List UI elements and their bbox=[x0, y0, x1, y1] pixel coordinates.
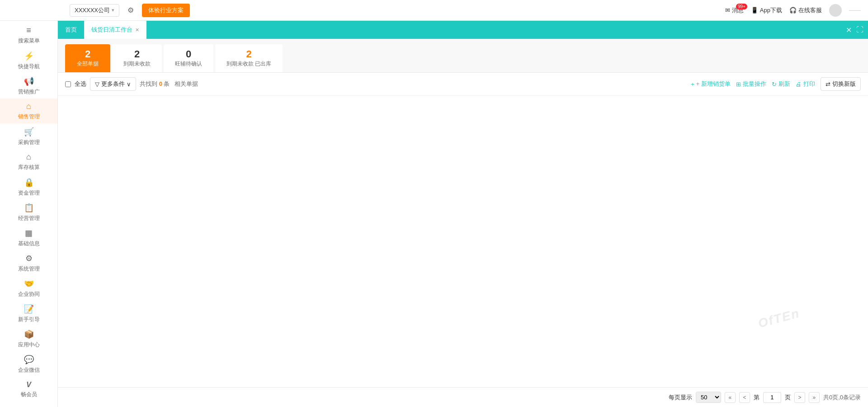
search-menu-icon: ≡ bbox=[26, 26, 31, 35]
toolbar-left: 全选 ▽ 更多条件 ∨ 共找到 0 条 相关单据 bbox=[65, 77, 198, 91]
app-download-icon: 📱 bbox=[751, 7, 758, 14]
sidebar-item-capital[interactable]: 🔒 资金管理 bbox=[0, 174, 57, 200]
print-button[interactable]: 🖨 打印 bbox=[796, 80, 815, 88]
tab-bar: 首页 钱货日清工作台 ✕ ✕ ⛶ bbox=[58, 21, 868, 39]
sidebar-item-inventory[interactable]: ⌂ 库存核算 bbox=[0, 149, 57, 174]
select-all-checkbox[interactable] bbox=[65, 81, 71, 87]
batch-operations-button[interactable]: ⊞ 批量操作 bbox=[736, 80, 766, 88]
refresh-button[interactable]: ↻ 刷新 bbox=[772, 80, 790, 88]
purchase-icon: 🛒 bbox=[24, 127, 34, 137]
settings-icon: ⚙ bbox=[127, 6, 134, 14]
avatar[interactable] bbox=[829, 4, 842, 17]
online-service-button[interactable]: 🎧 在线客服 bbox=[789, 6, 822, 14]
messages-icon: ✉ bbox=[725, 7, 730, 14]
sidebar-label-quick-nav: 快捷导航 bbox=[18, 63, 40, 70]
sidebar-item-quick-nav[interactable]: ⚡ 快捷导航 bbox=[0, 48, 57, 73]
sidebar-label-inventory: 库存核算 bbox=[18, 164, 40, 171]
page-label-end: 页 bbox=[785, 393, 791, 402]
avatar-name[interactable]: —— bbox=[849, 7, 861, 14]
toolbar-right: + + 新增销货单 ⊞ 批量操作 ↻ 刷新 🖨 打印 ⇄ 切换新版 bbox=[691, 77, 861, 91]
per-page-select[interactable]: 50 10 20 100 bbox=[696, 392, 721, 403]
messages-button[interactable]: ✉ 消息 99+ bbox=[725, 6, 744, 14]
sidebar-item-enterprise[interactable]: 🤝 企业协同 bbox=[0, 276, 57, 301]
sidebar-item-search-menu[interactable]: ≡ 搜索菜单 bbox=[0, 23, 57, 48]
filter-tab-overdue-count: 2 bbox=[134, 48, 140, 60]
content-area: 2 全部单据 2 到期未收款 0 旺辅待确认 2 到期未收款 已出库 全选 bbox=[58, 39, 868, 407]
sidebar-label-app-center: 应用中心 bbox=[18, 341, 40, 349]
filter-tab-overdue-label: 到期未收款 bbox=[123, 60, 151, 68]
add-btn-label: + 新增销货单 bbox=[696, 80, 731, 88]
tab-expand-icon[interactable]: ⛶ bbox=[856, 26, 863, 34]
filter-tab-wangpu-label: 旺辅待确认 bbox=[175, 60, 202, 68]
quick-nav-icon: ⚡ bbox=[24, 51, 34, 61]
sidebar-item-app-center[interactable]: 📦 应用中心 bbox=[0, 326, 57, 351]
sidebar-item-guide[interactable]: 📝 新手引导 bbox=[0, 301, 57, 326]
messages-badge: 99+ bbox=[736, 4, 747, 9]
switch-label: 切换新版 bbox=[832, 80, 856, 88]
first-page-button[interactable]: « bbox=[725, 392, 736, 403]
app-center-icon: 📦 bbox=[24, 329, 34, 339]
settings-button[interactable]: ⚙ bbox=[124, 4, 137, 17]
sidebar-item-operations[interactable]: 📋 经营管理 bbox=[0, 200, 57, 225]
filter-arrow-icon: ∨ bbox=[127, 81, 131, 88]
sidebar-label-search-menu: 搜索菜单 bbox=[18, 37, 40, 45]
add-sales-order-button[interactable]: + + 新增销货单 bbox=[691, 80, 731, 88]
switch-version-button[interactable]: ⇄ 切换新版 bbox=[821, 77, 861, 91]
basic-info-icon: ▦ bbox=[25, 228, 33, 238]
toolbar: 全选 ▽ 更多条件 ∨ 共找到 0 条 相关单据 + + 新增销货单 bbox=[58, 73, 868, 96]
enterprise-icon: 🤝 bbox=[24, 279, 34, 289]
refresh-label: 刷新 bbox=[778, 80, 790, 88]
more-filters-button[interactable]: ▽ 更多条件 ∨ bbox=[90, 77, 136, 91]
select-all-label: 全选 bbox=[75, 80, 86, 88]
sidebar-label-enterprise-wechat: 企业微信 bbox=[18, 366, 40, 374]
sidebar-item-basic-info[interactable]: ▦ 基础信息 bbox=[0, 225, 57, 250]
sidebar-item-sales[interactable]: ⌂ 销售管理 bbox=[0, 98, 57, 124]
filter-tab-overdue[interactable]: 2 到期未收款 bbox=[112, 44, 162, 72]
sidebar-label-sales: 销售管理 bbox=[18, 113, 40, 121]
sidebar-nav: ≡ 搜索菜单 ⚡ 快捷导航 📢 营销推广 ⌂ 销售管理 🛒 采购管理 ⌂ 库存核… bbox=[0, 21, 57, 407]
sidebar-label-member: 畅会员 bbox=[21, 391, 37, 398]
tab-close-all-icon[interactable]: ✕ bbox=[846, 26, 852, 34]
company-dropdown-arrow: ▾ bbox=[112, 7, 114, 13]
sales-icon: ⌂ bbox=[26, 102, 31, 111]
sidebar-label-purchase: 采购管理 bbox=[18, 139, 40, 146]
next-page-button[interactable]: > bbox=[794, 392, 805, 403]
filter-tab-wangpu[interactable]: 0 旺辅待确认 bbox=[164, 44, 213, 72]
online-service-icon: 🎧 bbox=[789, 7, 797, 14]
company-selector[interactable]: XXXXXX公司 ▾ bbox=[70, 4, 119, 17]
sidebar-label-system: 系统管理 bbox=[18, 265, 40, 273]
system-icon: ⚙ bbox=[25, 253, 33, 263]
experience-button[interactable]: 体验行业方案 bbox=[142, 4, 190, 17]
tab-money-work[interactable]: 钱货日清工作台 ✕ bbox=[84, 21, 146, 39]
sidebar-label-guide: 新手引导 bbox=[18, 316, 40, 323]
sidebar-item-marketing[interactable]: 📢 营销推广 bbox=[0, 73, 57, 98]
related-label: 相关单据 bbox=[175, 80, 198, 87]
header-right: ✉ 消息 99+ 📱 App下载 🎧 在线客服 —— bbox=[725, 4, 861, 17]
sidebar-label-marketing: 营销推广 bbox=[18, 88, 40, 96]
member-icon: V bbox=[26, 381, 31, 389]
app-download-button[interactable]: 📱 App下载 bbox=[751, 6, 782, 14]
main-content: 2 全部单据 2 到期未收款 0 旺辅待确认 2 到期未收款 已出库 全选 bbox=[58, 39, 868, 407]
filter-tab-overdue-shipped[interactable]: 2 到期未收款 已出库 bbox=[215, 44, 283, 72]
prev-page-button[interactable]: < bbox=[739, 392, 750, 403]
filter-tab-overdue-shipped-count: 2 bbox=[246, 48, 252, 60]
filter-tabs: 2 全部单据 2 到期未收款 0 旺辅待确认 2 到期未收款 已出库 bbox=[58, 39, 868, 73]
total-info: 共0页,0条记录 bbox=[823, 393, 861, 402]
enterprise-wechat-icon: 💬 bbox=[24, 355, 34, 365]
online-service-label: 在线客服 bbox=[798, 6, 822, 14]
filter-tab-all[interactable]: 2 全部单据 bbox=[65, 44, 110, 72]
tab-home-label: 首页 bbox=[65, 26, 77, 34]
tab-money-work-label: 钱货日清工作台 bbox=[91, 26, 132, 34]
page-number-input[interactable] bbox=[763, 392, 781, 403]
refresh-icon: ↻ bbox=[772, 81, 777, 88]
sidebar-item-enterprise-wechat[interactable]: 💬 企业微信 bbox=[0, 351, 57, 377]
sidebar-item-system[interactable]: ⚙ 系统管理 bbox=[0, 250, 57, 276]
tab-home[interactable]: 首页 bbox=[58, 21, 84, 39]
sidebar: 6 畅捷通好生意 标准版 ≡ 搜索菜单 ⚡ 快捷导航 📢 营销推广 ⌂ 销售管理 bbox=[0, 0, 58, 407]
company-name: XXXXXX公司 bbox=[75, 6, 110, 14]
sidebar-item-purchase[interactable]: 🛒 采购管理 bbox=[0, 124, 57, 149]
sidebar-item-member[interactable]: V 畅会员 bbox=[0, 377, 57, 402]
last-page-button[interactable]: » bbox=[809, 392, 820, 403]
tab-close-icon[interactable]: ✕ bbox=[135, 27, 139, 33]
app-download-label: App下载 bbox=[760, 6, 782, 14]
